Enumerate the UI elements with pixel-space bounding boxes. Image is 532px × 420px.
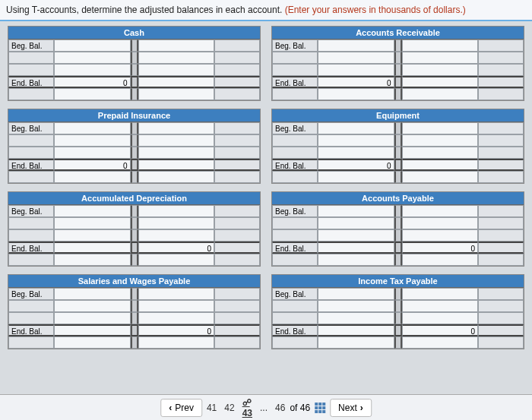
t-account: Accounts ReceivableBeg. Bal.End. Bal.0 xyxy=(271,26,524,101)
row-label xyxy=(8,147,54,159)
row-label xyxy=(8,229,54,242)
spacer xyxy=(214,76,260,88)
credit-input[interactable] xyxy=(138,52,215,64)
next-button[interactable]: Next › xyxy=(330,399,372,417)
credit-input[interactable] xyxy=(138,229,215,242)
end-bal-label: End. Bal. xyxy=(8,324,54,336)
spacer xyxy=(402,254,479,266)
credit-input[interactable] xyxy=(402,217,479,229)
t-account-grid: Beg. Bal. xyxy=(8,288,260,324)
debit-input[interactable] xyxy=(54,64,131,76)
chevron-right-icon: › xyxy=(360,403,363,413)
credit-input[interactable] xyxy=(402,147,479,159)
debit-input[interactable] xyxy=(318,229,394,242)
debit-input[interactable] xyxy=(318,217,394,229)
debit-input[interactable] xyxy=(54,300,131,312)
row-label xyxy=(8,300,54,312)
debit-input[interactable] xyxy=(54,217,131,229)
center-rule xyxy=(131,300,138,312)
prev-button[interactable]: ‹ Prev xyxy=(160,399,202,417)
credit-input[interactable] xyxy=(402,288,479,300)
instruction-bar: Using T-accounts, determine the adjusted… xyxy=(0,0,532,21)
credit-input[interactable] xyxy=(138,312,215,324)
center-rule xyxy=(131,324,138,336)
spacer xyxy=(318,254,394,266)
page-41[interactable]: 41 xyxy=(207,403,217,413)
debit-input[interactable] xyxy=(54,229,131,242)
center-rule xyxy=(131,147,138,159)
credit-input[interactable] xyxy=(402,64,479,76)
center-rule xyxy=(394,300,402,312)
credit-input[interactable] xyxy=(138,147,215,159)
debit-input[interactable] xyxy=(54,52,131,64)
center-rule xyxy=(131,336,138,349)
spacer xyxy=(8,88,54,100)
t-account-header: Accounts Receivable xyxy=(272,27,524,39)
spacer xyxy=(54,88,131,100)
spacer xyxy=(214,336,260,349)
credit-input[interactable] xyxy=(402,205,479,217)
debit-input[interactable] xyxy=(54,312,131,324)
debit-input[interactable] xyxy=(54,147,131,159)
debit-input[interactable] xyxy=(54,288,131,300)
row-label xyxy=(8,52,54,64)
t-account-grid: Beg. Bal. xyxy=(8,122,260,159)
debit-input[interactable] xyxy=(54,205,131,217)
debit-input[interactable] xyxy=(54,39,131,52)
debit-input[interactable] xyxy=(318,64,394,76)
spacer xyxy=(478,122,524,134)
t-account-header: Prepaid Insurance xyxy=(8,109,260,122)
credit-input[interactable] xyxy=(138,122,215,134)
credit-input[interactable] xyxy=(402,52,479,64)
debit-input[interactable] xyxy=(318,122,394,134)
page-42[interactable]: 42 xyxy=(224,403,234,413)
center-rule xyxy=(394,52,402,64)
credit-input[interactable] xyxy=(402,134,479,147)
debit-input[interactable] xyxy=(318,300,394,312)
end-bal-row: End. Bal.0 xyxy=(272,324,524,336)
row-label xyxy=(8,312,54,324)
credit-input[interactable] xyxy=(402,39,479,52)
credit-input[interactable] xyxy=(402,300,479,312)
debit-input[interactable] xyxy=(318,39,394,52)
center-rule xyxy=(394,336,402,349)
spacer xyxy=(478,159,524,171)
spacer xyxy=(478,205,524,217)
debit-input[interactable] xyxy=(318,205,394,217)
spacer xyxy=(8,254,54,266)
page-43[interactable]: ☍ 43 xyxy=(242,397,252,418)
credit-input[interactable] xyxy=(138,205,215,217)
center-rule xyxy=(394,324,402,336)
credit-input[interactable] xyxy=(138,288,215,300)
spacer xyxy=(54,254,131,266)
t-account: Prepaid InsuranceBeg. Bal.End. Bal.0 xyxy=(8,109,261,184)
t-account-header: Accumulated Depreciation xyxy=(8,192,260,205)
debit-input[interactable] xyxy=(54,122,131,134)
page-46[interactable]: 46 xyxy=(275,403,285,413)
row-label xyxy=(478,52,524,64)
row-label xyxy=(214,300,260,312)
credit-input[interactable] xyxy=(402,122,479,134)
debit-input[interactable] xyxy=(318,312,394,324)
credit-input[interactable] xyxy=(402,229,479,242)
credit-input[interactable] xyxy=(138,134,215,147)
debit-input[interactable] xyxy=(54,134,131,147)
t-account-header: Cash xyxy=(8,27,260,39)
grid-icon[interactable] xyxy=(315,403,325,413)
end-debit xyxy=(54,324,131,336)
center-rule xyxy=(394,288,402,300)
credit-input[interactable] xyxy=(138,217,215,229)
center-rule xyxy=(394,88,402,100)
credit-input[interactable] xyxy=(138,300,215,312)
t-account-header: Salaries and Wages Payable xyxy=(8,275,260,288)
debit-input[interactable] xyxy=(318,52,394,64)
spacer xyxy=(138,88,215,100)
debit-input[interactable] xyxy=(318,134,394,147)
credit-input[interactable] xyxy=(402,312,479,324)
center-rule xyxy=(131,242,138,254)
debit-input[interactable] xyxy=(318,288,394,300)
credit-input[interactable] xyxy=(138,39,215,52)
spacer xyxy=(402,336,479,349)
credit-input[interactable] xyxy=(138,64,215,76)
debit-input[interactable] xyxy=(318,147,394,159)
